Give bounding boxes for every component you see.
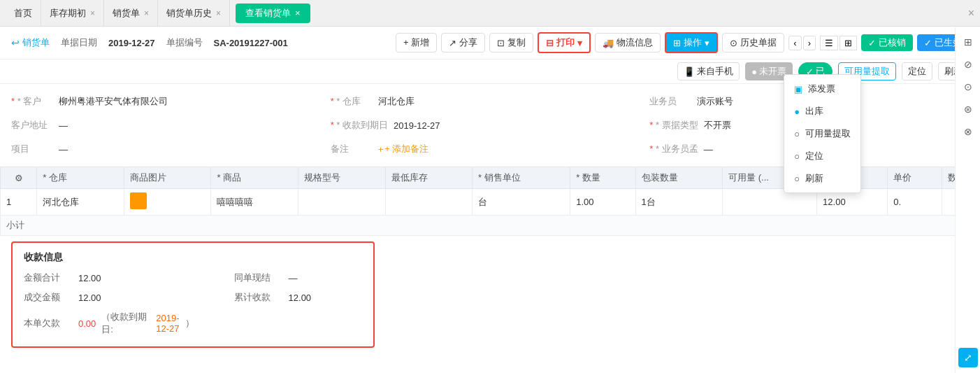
tab-view-sales-order[interactable]: 查看销货单 ×	[236, 3, 310, 23]
tab-inventory-init-close[interactable]: ×	[90, 8, 95, 18]
refresh-dd-icon: ○	[794, 174, 800, 184]
locate-button[interactable]: 定位	[902, 62, 932, 80]
cumulative-label: 累计收款	[234, 291, 283, 304]
sidebar-icon-4[interactable]: ⊛	[958, 99, 978, 119]
plus-icon: +	[378, 144, 384, 155]
print-dropdown-icon: ▾	[577, 38, 582, 48]
project-label: 项目	[11, 143, 53, 155]
operation-icon: ⊞	[673, 38, 681, 48]
doc-meta: 单据日期 2019-12-27 单据编号 SA-20191227-001	[61, 36, 288, 49]
tab-bar: 首页 库存期初 × 销货单 × 销货单历史 × 查看销货单 × ×	[0, 0, 980, 27]
next-button[interactable]: ›	[803, 36, 816, 50]
dropdown-outbound[interactable]: ● 出库	[784, 100, 860, 122]
tab-sales-order[interactable]: 销货单 ×	[104, 0, 158, 27]
add-note-button[interactable]: + + 添加备注	[378, 143, 429, 155]
history-icon: ⊙	[730, 38, 737, 48]
doc-number-value: SA-20191227-001	[214, 38, 288, 48]
staff-value: 演示账号	[697, 95, 733, 108]
warehouse-row: * 仓库 河北仓库	[331, 92, 650, 111]
dropdown-add-invoice[interactable]: ▣ 添发票	[784, 78, 860, 100]
sidebar-icon-3[interactable]: ⊙	[958, 77, 978, 97]
note-label: 备注	[331, 143, 373, 155]
col-gear[interactable]: ⚙	[1, 167, 37, 189]
address-label: 客户地址	[11, 119, 53, 132]
logistics-icon: 🚚	[603, 38, 614, 48]
payment-date-value: 2019-12-27	[394, 120, 440, 131]
dropdown-locate[interactable]: ○ 定位	[784, 145, 860, 167]
ticket-label: * 票据类型	[649, 119, 698, 132]
customer-row: * 客户 柳州粤港平安气体有限公司	[11, 92, 331, 111]
operation-button[interactable]: ⊞ 操作 ▾	[665, 32, 718, 53]
deal-amount-row: 成交金额 12.00	[24, 289, 234, 306]
doc-date-label: 单据日期	[61, 36, 97, 49]
tab-sales-order-close[interactable]: ×	[144, 8, 149, 18]
phone-button[interactable]: 📱 来自手机	[677, 62, 740, 80]
project-row: 项目 —	[11, 140, 331, 158]
logistics-button[interactable]: 🚚 物流信息	[595, 33, 661, 52]
share-button[interactable]: ↗ 分享	[441, 33, 485, 52]
amount-total-row: 金额合计 12.00	[24, 269, 234, 286]
copy-icon: ⊡	[497, 38, 505, 48]
col-quantity: * 数量	[570, 167, 635, 189]
print-button[interactable]: ⊟ 打印 ▾	[538, 32, 591, 53]
dropdown-menu: ▣ 添发票 ● 出库 ○ 可用量提取 ○ 定位 ○ 刷新	[784, 74, 861, 193]
deal-amount-value: 12.00	[78, 293, 101, 303]
phone-icon: 📱	[684, 66, 695, 77]
grid-view-button[interactable]: ⊞	[840, 36, 857, 50]
tab-inventory-init[interactable]: 库存期初 ×	[41, 0, 104, 27]
doc-date-value: 2019-12-27	[108, 38, 155, 48]
row-unit-price: 0.	[888, 189, 942, 216]
due-amount-value: 0.00	[78, 318, 96, 329]
customer-label: * 客户	[11, 95, 53, 108]
sidebar-icon-1[interactable]: ⊞	[958, 32, 978, 52]
locate-icon: ○	[794, 151, 800, 162]
bottom-info-title: 收款信息	[24, 251, 362, 264]
address-row: 客户地址 —	[11, 116, 331, 134]
effective-check-icon: ✓	[924, 38, 932, 48]
due-amount-label: 本单欠款	[24, 317, 73, 330]
history-button[interactable]: ⊙ 历史单据	[722, 33, 784, 52]
not-open-icon: ●	[751, 66, 757, 77]
same-order-label: 同单现结	[234, 272, 283, 284]
sidebar-expand-icon[interactable]: ⤢	[958, 348, 978, 367]
status-sold-button[interactable]: ✓ 已核销	[861, 34, 913, 51]
dropdown-refresh[interactable]: ○ 刷新	[784, 167, 860, 190]
view-toggle: ☰ ⊞	[820, 36, 857, 50]
tab-view-sales-order-close[interactable]: ×	[295, 8, 301, 18]
sidebar-icon-5[interactable]: ⊗	[958, 122, 978, 141]
row-min-stock	[385, 189, 473, 216]
col-product: * 商品	[211, 167, 298, 189]
sidebar-icon-2[interactable]: ⊘	[958, 55, 978, 74]
bottom-info-grid: 金额合计 12.00 同单现结 — 成交金额 12.00 累计收款 12.00 …	[24, 269, 362, 338]
bottom-info: 收款信息 金额合计 12.00 同单现结 — 成交金额 12.00 累计收款 1…	[11, 241, 375, 348]
check-icon: ✓	[868, 38, 876, 48]
tab-home[interactable]: 首页	[6, 0, 41, 27]
outbound-icon: ●	[794, 106, 800, 117]
dropdown-available[interactable]: ○ 可用量提取	[784, 122, 860, 145]
payment-date-row: * 收款到期日 2019-12-27	[331, 116, 650, 134]
sales-order-icon: ↩	[11, 37, 20, 48]
print-icon: ⊟	[546, 38, 554, 48]
tab-sales-history[interactable]: 销货单历史 ×	[158, 0, 230, 27]
row-warehouse: 河北仓库	[37, 189, 124, 216]
main-content: ↩ 销货单 单据日期 2019-12-27 单据编号 SA-20191227-0…	[0, 27, 980, 373]
add-invoice-icon: ▣	[794, 84, 802, 94]
operation-dropdown-icon: ▾	[705, 38, 709, 48]
product-image	[130, 192, 147, 209]
deal-amount-label: 成交金额	[24, 291, 73, 304]
address-value: —	[59, 120, 68, 131]
copy-button[interactable]: ⊡ 复制	[489, 33, 533, 52]
same-order-row: 同单现结 —	[234, 269, 362, 286]
tab-bar-close[interactable]: ×	[968, 7, 974, 20]
prev-button[interactable]: ‹	[788, 36, 801, 50]
toolbar-right: + 新增 ↗ 分享 ⊡ 复制 ⊟ 打印 ▾ 🚚 物流信息 ⊞ 操作	[396, 32, 969, 53]
list-view-button[interactable]: ☰	[820, 36, 838, 50]
new-button[interactable]: + 新增	[396, 33, 437, 52]
tab-sales-history-close[interactable]: ×	[216, 8, 221, 18]
right-sidebar: ⊞ ⊘ ⊙ ⊛ ⊗ ⤢	[955, 27, 980, 373]
col-warehouse: * 仓库	[37, 167, 124, 189]
cumulative-value: 12.00	[289, 293, 312, 303]
row-product-img	[124, 189, 211, 216]
same-order-value: —	[289, 273, 298, 283]
ticket-value: 不开票	[704, 119, 731, 132]
